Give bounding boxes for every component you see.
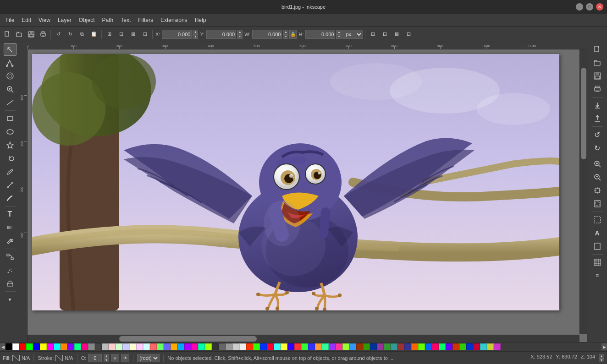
palette-swatch-33[interactable] [232, 343, 239, 350]
palette-swatch-60[interactable] [418, 343, 425, 350]
menu-item-filters[interactable]: Filters [134, 16, 157, 25]
x-spin-down[interactable]: ▼ [193, 34, 198, 39]
menu-item-help[interactable]: Help [191, 16, 210, 25]
master-opacity-btn[interactable]: ⊕ [111, 354, 119, 362]
palette-swatch-49[interactable] [342, 343, 349, 350]
w-spin-down[interactable]: ▼ [283, 34, 288, 39]
zoom-btn[interactable] [4, 83, 17, 96]
spray-btn[interactable] [4, 264, 17, 277]
rt-undo-btn[interactable]: ↺ [591, 128, 604, 141]
palette-swatch-35[interactable] [246, 343, 253, 350]
palette-swatch-65[interactable] [452, 343, 459, 350]
maximize-button[interactable]: □ [586, 3, 593, 11]
palette-swatch-13[interactable] [95, 343, 102, 350]
spiral-btn[interactable] [4, 152, 17, 165]
palette-swatch-42[interactable] [294, 343, 301, 350]
y-input[interactable] [206, 30, 236, 39]
rt-grid-btn[interactable] [591, 256, 604, 269]
palette-swatch-34[interactable] [239, 343, 246, 350]
redo-toolbar-btn[interactable]: ↻ [65, 29, 76, 40]
gradient-btn[interactable] [4, 221, 17, 234]
zoom-up-btn[interactable]: ▲ [599, 354, 604, 358]
palette-swatch-14[interactable] [102, 343, 109, 350]
palette-swatch-17[interactable] [122, 343, 129, 350]
ellipse-btn[interactable] [4, 125, 17, 138]
palette-swatch-50[interactable] [349, 343, 356, 350]
rt-print-btn[interactable] [591, 83, 604, 96]
opacity-down-btn[interactable]: ▼ [104, 358, 109, 362]
palette-swatch-70[interactable] [487, 343, 494, 350]
palette-swatch-11[interactable] [81, 343, 88, 350]
lock-aspect-btn[interactable]: 🔒 [289, 30, 297, 39]
palette-swatch-29[interactable] [205, 343, 212, 350]
palette-swatch-62[interactable] [432, 343, 439, 350]
rt-open-btn[interactable] [591, 56, 604, 69]
rt-import-btn[interactable] [591, 99, 604, 112]
palette-swatch-4[interactable] [33, 343, 40, 350]
y-spin-down[interactable]: ▼ [237, 34, 243, 39]
copy-toolbar-btn[interactable]: ⧉ [77, 29, 88, 40]
w-spin-up[interactable]: ▲ [283, 30, 288, 34]
rt-zoom-in-btn[interactable] [591, 158, 604, 170]
scroll-thumb-h[interactable] [119, 336, 257, 342]
palette-swatch-40[interactable] [281, 343, 287, 350]
palette-swatch-24[interactable] [171, 343, 177, 350]
palette-swatch-48[interactable] [336, 343, 342, 350]
palette-swatch-43[interactable] [301, 343, 308, 350]
rt-text-btn[interactable]: A [591, 227, 604, 239]
canvas-area[interactable]: 010020030040050060070080090010001100 100… [20, 42, 587, 342]
menu-item-view[interactable]: View [35, 16, 54, 25]
selector-tool-btn[interactable]: ↖ [4, 43, 17, 56]
rt-export-btn[interactable] [591, 112, 604, 125]
palette-swatch-9[interactable] [67, 343, 74, 350]
palette-scroll-left-btn[interactable]: ◀ [0, 343, 6, 350]
palette-swatch-71[interactable] [494, 343, 501, 350]
palette-swatch-12[interactable] [88, 343, 95, 350]
palette-swatch-37[interactable] [260, 343, 267, 350]
palette-swatch-53[interactable] [370, 343, 377, 350]
tweak-btn[interactable] [4, 70, 17, 82]
palette-swatch-23[interactable] [164, 343, 171, 350]
node-editor-btn[interactable] [4, 56, 17, 69]
undo-toolbar-btn[interactable]: ↺ [53, 29, 64, 40]
opacity-input[interactable] [88, 354, 102, 362]
pen-btn[interactable] [4, 179, 17, 191]
palette-swatch-41[interactable] [287, 343, 294, 350]
palette-swatch-27[interactable] [191, 343, 198, 350]
rt-zoom-page-btn[interactable] [591, 197, 604, 210]
palette-swatch-2[interactable] [19, 343, 26, 350]
menu-item-layer[interactable]: Layer [54, 16, 75, 25]
palette-swatch-0[interactable] [6, 343, 12, 350]
palette-swatch-52[interactable] [363, 343, 370, 350]
layer-select[interactable]: (root) [137, 354, 160, 362]
rt-save-btn[interactable] [591, 70, 604, 82]
h-input[interactable] [305, 30, 335, 39]
y-spin-up[interactable]: ▲ [237, 30, 243, 34]
new-toolbar-btn[interactable] [2, 29, 13, 40]
align-top-btn[interactable]: ⊡ [139, 29, 150, 40]
palette-swatch-20[interactable] [143, 343, 150, 350]
menu-item-object[interactable]: Object [75, 16, 99, 25]
canvas-scrollbar-v[interactable] [579, 49, 587, 334]
palette-swatch-46[interactable] [322, 343, 329, 350]
close-button[interactable]: ✕ [596, 3, 603, 11]
expand-tool-btn[interactable]: ▼ [4, 293, 17, 306]
palette-swatch-54[interactable] [377, 343, 384, 350]
fill-swatch[interactable] [12, 355, 20, 361]
zoom-down-btn[interactable]: ▼ [599, 358, 604, 362]
palette-swatch-58[interactable] [404, 343, 411, 350]
layer-visibility-btn[interactable]: 👁 [121, 354, 129, 362]
palette-swatch-22[interactable] [157, 343, 164, 350]
dropper-btn[interactable] [4, 234, 17, 247]
rt-new-btn[interactable] [591, 43, 604, 56]
save-toolbar-btn[interactable] [26, 29, 37, 40]
rt-page-btn[interactable] [591, 240, 604, 253]
star-btn[interactable] [4, 139, 17, 152]
palette-swatch-16[interactable] [116, 343, 122, 350]
minimize-button[interactable]: — [576, 3, 583, 11]
palette-swatch-63[interactable] [439, 343, 446, 350]
connector-btn[interactable] [4, 250, 17, 263]
palette-swatch-61[interactable] [425, 343, 432, 350]
stroke-swatch[interactable] [55, 355, 63, 361]
eraser-btn[interactable] [4, 277, 17, 290]
